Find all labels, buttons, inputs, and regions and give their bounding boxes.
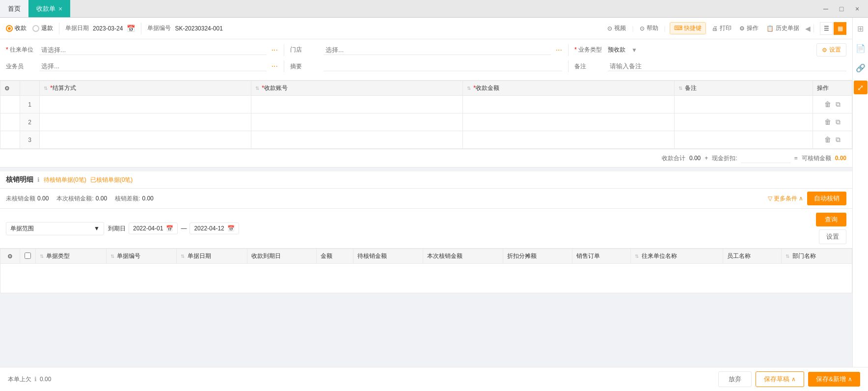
set-btn[interactable]: 设置 [819, 229, 846, 244]
tab-close-icon[interactable]: × [58, 5, 62, 13]
prev-arrow[interactable]: ◀ [805, 25, 811, 32]
bth-pending[interactable]: 待核销金额 [353, 249, 423, 264]
bth-settings[interactable]: ⚙ [0, 249, 20, 264]
sidebar-doc-icon[interactable]: 📄 [854, 41, 868, 55]
select-all-checkbox[interactable] [25, 252, 31, 259]
bth-discount[interactable]: 折扣分摊额 [503, 249, 572, 264]
done-tab[interactable]: 已核销单据(0笔) [90, 176, 133, 184]
diff-val: 0.00 [142, 195, 153, 202]
settle-cell[interactable] [40, 113, 251, 131]
due-date-label: 到期日 [108, 224, 126, 233]
shortcut-btn[interactable]: ⌨ 快捷键 [670, 22, 706, 34]
account-cell[interactable] [251, 113, 462, 131]
settings-button[interactable]: ⚙ 设置 [816, 43, 846, 56]
amount-cell[interactable] [462, 96, 674, 113]
remark-label: 备注 [574, 62, 604, 71]
shortcut-icon: ⌨ [674, 25, 682, 31]
th-settings[interactable]: ⚙ [0, 81, 20, 96]
th-amount[interactable]: ⇅ *收款金额 [462, 81, 674, 96]
copy-icon[interactable]: ⧉ [836, 136, 841, 143]
th-settle[interactable]: ⇅ *结算方式 [40, 81, 251, 96]
staff-input[interactable] [39, 61, 267, 71]
tab-current[interactable]: 收款单 × [28, 0, 70, 17]
settle-cell[interactable] [40, 96, 251, 113]
date-to-input[interactable]: 2022-04-12 📅 [190, 223, 239, 234]
copy-icon[interactable]: ⧉ [836, 100, 841, 108]
amount-cell[interactable] [462, 113, 674, 131]
required-star-2: * [574, 46, 577, 53]
account-cell[interactable] [251, 96, 462, 113]
total-value: 0.00 [689, 155, 701, 162]
reconcile-info-icon[interactable]: ℹ [37, 176, 40, 183]
maximize-button[interactable]: □ [835, 2, 848, 16]
delete-icon[interactable]: 🗑 [824, 100, 831, 108]
th-account[interactable]: ⇅ *收款账号 [251, 81, 462, 96]
pending-tab[interactable]: 待核销单据(0笔) [44, 176, 86, 184]
bth-current[interactable]: 本次核销金额 [423, 249, 503, 264]
bth-number[interactable]: ⇅ 单据编号 [106, 249, 177, 264]
range-select[interactable]: 单据范围 ▼ [6, 222, 104, 235]
bth-amount[interactable]: 金额 [317, 249, 353, 264]
shop-more-icon[interactable]: ··· [556, 46, 562, 55]
remark-cell[interactable] [674, 96, 813, 113]
more-conditions-label: 更多条件 [774, 195, 797, 203]
th-remark[interactable]: ⇅ 备注 [674, 81, 813, 96]
business-type-dropdown-icon[interactable]: ▼ [631, 47, 637, 54]
operation-btn[interactable]: ⚙ 操作 [737, 23, 760, 33]
row-num: 1 [20, 96, 40, 113]
copy-icon[interactable]: ⧉ [836, 118, 841, 126]
receipt-radio[interactable]: 收款 [6, 24, 27, 32]
tab-home[interactable]: 首页 [0, 0, 28, 17]
refund-radio[interactable]: 退款 [32, 24, 53, 32]
remark-cell[interactable] [674, 113, 813, 131]
query-btn[interactable]: 查询 [816, 213, 846, 226]
bth-checkbox[interactable] [20, 249, 36, 264]
th-row-num [20, 81, 40, 96]
shop-input[interactable] [324, 45, 551, 55]
partner-more-icon[interactable]: ··· [271, 46, 278, 55]
stats-row: 未核销金额 0.00 本次核销金额: 0.00 核销差额: 0.00 ▽ 更多条… [0, 189, 852, 209]
receipt-radio-dot [6, 25, 13, 32]
bth-staff[interactable]: 员工名称 [723, 249, 782, 264]
amount-cell[interactable] [462, 131, 674, 149]
account-cell[interactable] [251, 131, 462, 149]
bth-type[interactable]: ⇅ 单据类型 [36, 249, 107, 264]
auto-reconcile-btn[interactable]: 自动核销 [807, 192, 846, 205]
divider-form-4 [568, 60, 569, 72]
receipt-refund-group: 收款 退款 [6, 24, 53, 32]
reconcile-title: 核销明细 [6, 175, 33, 184]
bth-due-date[interactable]: 收款到期日 [247, 249, 317, 264]
list-view-btn[interactable]: ☰ [820, 22, 833, 35]
unverified-stat: 未核销金额 0.00 [6, 195, 49, 203]
video-btn[interactable]: ⊙ 视频 [605, 23, 628, 33]
minimize-button[interactable]: ─ [819, 2, 833, 16]
help-btn[interactable]: ⊙ 帮助 [638, 23, 660, 33]
delete-icon[interactable]: 🗑 [824, 136, 831, 143]
discount-input[interactable] [741, 153, 790, 163]
current-label: 本次核销金额: [56, 195, 93, 203]
bth-date[interactable]: ⇅ 单据日期 [177, 249, 247, 264]
divider-form-2 [568, 44, 569, 56]
partner-input[interactable] [39, 45, 267, 55]
sidebar-table-icon[interactable]: ⊞ [854, 22, 868, 35]
tab-bar: 首页 收款单 × ─ □ × [0, 0, 868, 18]
bth-partner[interactable]: ⇅ 往来单位名称 [631, 249, 723, 264]
remark-input[interactable] [608, 61, 846, 71]
sidebar-link-icon[interactable]: 🔗 [854, 61, 868, 75]
more-conditions-btn[interactable]: ▽ 更多条件 ∧ [768, 195, 803, 203]
sidebar-expand-icon[interactable]: ⤢ [854, 81, 868, 94]
calendar-icon[interactable]: 📅 [127, 25, 135, 32]
delete-icon[interactable]: 🗑 [824, 118, 831, 126]
filter-right-btns: 查询 设置 [816, 213, 846, 244]
bth-sales-order[interactable]: 销售订单 [572, 249, 631, 264]
staff-more-icon[interactable]: ··· [271, 62, 278, 71]
settle-cell[interactable] [40, 131, 251, 149]
remark-cell[interactable] [674, 131, 813, 149]
date-from-input[interactable]: 2022-04-01 📅 [129, 223, 178, 234]
close-button[interactable]: × [850, 2, 864, 16]
print-btn[interactable]: 🖨 打印 [710, 23, 733, 33]
history-btn[interactable]: 📋 历史单据 [764, 23, 801, 33]
summary-input[interactable] [324, 61, 562, 71]
bth-dept[interactable]: ⇅ 部门名称 [782, 249, 852, 264]
grid-view-btn[interactable]: ▦ [834, 22, 846, 35]
